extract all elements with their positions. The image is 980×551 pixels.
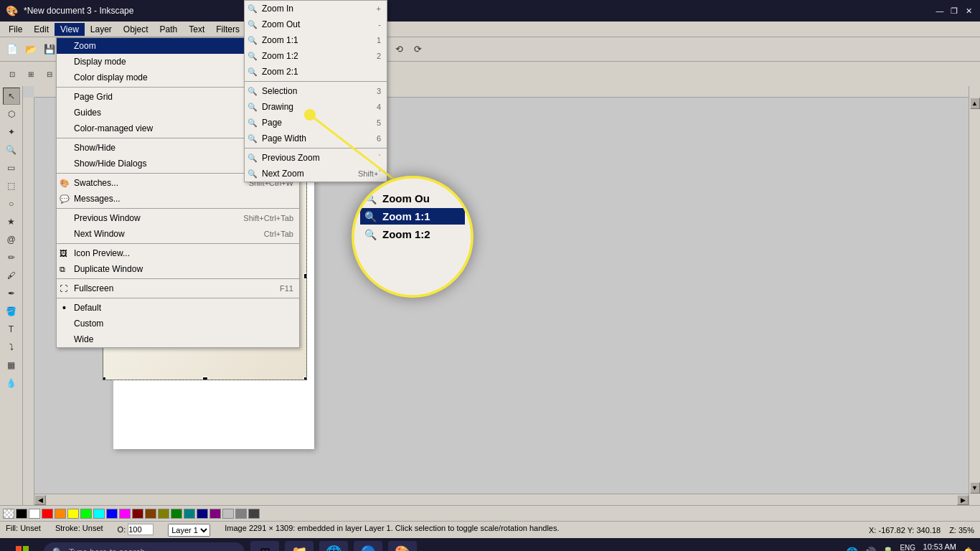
scroll-right-btn[interactable]: ▶ xyxy=(957,495,969,505)
color-blue-swatch[interactable] xyxy=(106,509,118,519)
submenu-zoom-1-2[interactable]: 🔍 Zoom 1:2 2 xyxy=(245,48,387,64)
submenu-prev-zoom[interactable]: 🔍 Previous Zoom ` xyxy=(245,150,387,166)
submenu-zoom-out[interactable]: 🔍 Zoom Out - xyxy=(245,17,387,32)
menu-item-wide[interactable]: Wide xyxy=(57,331,299,347)
snap2-btn[interactable]: ⊞ xyxy=(22,65,39,83)
transform4-btn[interactable]: ⟳ xyxy=(409,41,426,58)
color-black-swatch[interactable] xyxy=(16,509,27,519)
opacity-input[interactable] xyxy=(128,524,154,535)
color-navy-swatch[interactable] xyxy=(197,509,208,519)
transform3-btn[interactable]: ⟲ xyxy=(390,41,407,58)
close-button[interactable]: ✕ xyxy=(963,5,974,17)
snap1-btn[interactable]: ⊡ xyxy=(4,65,21,83)
tool-text[interactable]: T xyxy=(3,321,20,338)
tool-pen[interactable]: 🖋 xyxy=(3,267,20,284)
submenu-zoom-2-1[interactable]: 🔍 Zoom 2:1 xyxy=(245,64,387,80)
menu-view[interactable]: View xyxy=(55,23,85,36)
color-darkgray-swatch[interactable] xyxy=(248,509,260,519)
scroll-up-btn[interactable]: ▲ xyxy=(970,98,980,109)
taskbar-inkscape[interactable]: 🎨 xyxy=(388,541,417,551)
color-green-swatch[interactable] xyxy=(80,509,92,519)
color-brown-swatch[interactable] xyxy=(145,509,156,519)
maximize-button[interactable]: ❐ xyxy=(948,5,960,17)
menu-item-fullscreen[interactable]: ⛶ Fullscreen F11 xyxy=(57,281,299,296)
submenu-selection[interactable]: 🔍 Selection 3 xyxy=(245,83,387,99)
menu-item-default[interactable]: • Default xyxy=(57,300,299,316)
battery-icon[interactable]: 🔋 xyxy=(882,547,894,551)
tool-gradient[interactable]: ▦ xyxy=(3,357,20,374)
layer-select[interactable]: Layer 1 xyxy=(168,524,210,537)
submenu-zoom-in[interactable]: 🔍 Zoom In + xyxy=(245,1,387,17)
menu-item-icon-preview[interactable]: 🖼 Icon Preview... xyxy=(57,245,299,261)
tool-zoom[interactable]: 🔍 xyxy=(3,141,20,159)
new-btn[interactable]: 📄 xyxy=(4,41,21,58)
menu-text[interactable]: Text xyxy=(183,23,210,36)
tool-connector[interactable]: ⤵ xyxy=(3,339,20,356)
right-scrollbar[interactable]: ▲ ▼ xyxy=(969,98,980,494)
color-darkred-swatch[interactable] xyxy=(132,509,143,519)
tool-circle[interactable]: ○ xyxy=(3,195,20,212)
open-btn[interactable]: 📂 xyxy=(22,41,39,58)
taskbar-edge[interactable]: 🔵 xyxy=(354,541,382,551)
svg-rect-0 xyxy=(16,546,22,551)
tool-calligraphy[interactable]: ✒ xyxy=(3,285,20,302)
taskbar-file-explorer[interactable]: 📁 xyxy=(285,541,314,551)
tool-node[interactable]: ⬡ xyxy=(3,105,20,123)
menu-edit[interactable]: Edit xyxy=(28,23,55,36)
taskbar-search[interactable]: 🔍 Type here to search xyxy=(44,542,245,551)
color-none-swatch[interactable] xyxy=(3,509,14,519)
scroll-left-btn[interactable]: ◀ xyxy=(34,495,46,505)
menu-item-next-window[interactable]: Next Window Ctrl+Tab xyxy=(57,226,299,242)
menu-layer[interactable]: Layer xyxy=(85,23,118,36)
color-purple-swatch[interactable] xyxy=(209,509,221,519)
submenu-zoom-1-1[interactable]: 🔍 Zoom 1:1 1 xyxy=(245,32,387,48)
menu-filters[interactable]: Filters xyxy=(210,23,245,36)
start-button[interactable] xyxy=(6,541,38,551)
menu-item-prev-window[interactable]: Previous Window Shift+Ctrl+Tab xyxy=(57,210,299,226)
minimize-button[interactable]: — xyxy=(934,5,946,17)
color-red-swatch[interactable] xyxy=(42,509,53,519)
tool-rect[interactable]: ▭ xyxy=(3,159,20,176)
sel-handle-mr[interactable] xyxy=(303,273,307,279)
color-darkgreen-swatch[interactable] xyxy=(171,509,182,519)
bottom-scrollbar[interactable]: ◀ ▶ xyxy=(34,494,969,505)
taskbar-browser[interactable]: 🌐 xyxy=(319,541,348,551)
color-olive-swatch[interactable] xyxy=(158,509,169,519)
tool-star[interactable]: ★ xyxy=(3,213,20,230)
tool-select[interactable]: ↖ xyxy=(3,88,20,105)
tool-tweak[interactable]: ✦ xyxy=(3,123,20,141)
volume-icon[interactable]: 🔊 xyxy=(864,547,876,551)
scroll-down-btn[interactable]: ▼ xyxy=(970,482,980,494)
submenu-page[interactable]: 🔍 Page 5 xyxy=(245,115,387,131)
taskbar-task-view[interactable]: ⊞ xyxy=(250,541,279,551)
search-placeholder: Type here to search xyxy=(69,547,145,551)
menu-item-duplicate-window[interactable]: ⧉ Duplicate Window xyxy=(57,261,299,277)
submenu-page-width[interactable]: 🔍 Page Width 6 xyxy=(245,131,387,146)
sel-handle-br[interactable] xyxy=(303,377,307,380)
sel-handle-bl[interactable] xyxy=(103,377,106,380)
menu-item-custom[interactable]: Custom xyxy=(57,316,299,331)
tool-dropper[interactable]: 💧 xyxy=(3,375,20,392)
tool-pencil[interactable]: ✏ xyxy=(3,249,20,266)
page-zoom-label: Page xyxy=(262,118,371,128)
color-cyan-swatch[interactable] xyxy=(93,509,105,519)
menu-item-messages[interactable]: 💬 Messages... xyxy=(57,191,299,207)
color-orange-swatch[interactable] xyxy=(55,509,66,519)
submenu-next-zoom[interactable]: 🔍 Next Zoom Shift+` xyxy=(245,166,387,182)
color-magenta-swatch[interactable] xyxy=(119,509,131,519)
tool-spiral[interactable]: @ xyxy=(3,231,20,248)
tool-3d[interactable]: ⬚ xyxy=(3,177,20,194)
submenu-drawing[interactable]: 🔍 Drawing 4 xyxy=(245,99,387,115)
menu-file[interactable]: File xyxy=(3,23,28,36)
tool-bucket[interactable]: 🪣 xyxy=(3,303,20,320)
color-teal-swatch[interactable] xyxy=(184,509,195,519)
menu-object[interactable]: Object xyxy=(118,23,154,36)
sel-handle-bm[interactable] xyxy=(202,377,208,380)
color-yellow-swatch[interactable] xyxy=(67,509,79,519)
menu-path[interactable]: Path xyxy=(154,23,184,36)
color-gray-swatch[interactable] xyxy=(235,509,247,519)
network-icon[interactable]: 🌐 xyxy=(846,547,858,551)
color-white-swatch[interactable] xyxy=(29,509,40,519)
notification-icon[interactable]: 🔔 xyxy=(962,547,974,551)
color-silver-swatch[interactable] xyxy=(222,509,234,519)
